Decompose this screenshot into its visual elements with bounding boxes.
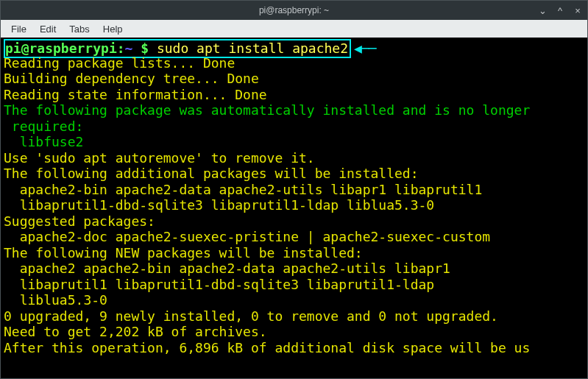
output-line: apache2-bin apache2-data apache2-utils l… xyxy=(4,182,584,198)
output-line: libaprutil1 libaprutil1-dbd-sqlite3 liba… xyxy=(4,277,584,293)
maximize-icon[interactable]: ^ xyxy=(555,5,565,16)
output-line: Need to get 2,202 kB of archives. xyxy=(4,324,584,340)
output-line: apache2 apache2-bin apache2-data apache2… xyxy=(4,261,584,277)
prompt-user-host: pi@raspberrypi xyxy=(5,40,117,56)
terminal-body[interactable]: pi@raspberrypi:~ $ sudo apt install apac… xyxy=(1,38,587,378)
titlebar[interactable]: pi@raspberrypi: ~ ⌄ ^ × xyxy=(1,1,587,20)
output-line: liblua5.3-0 xyxy=(4,292,584,308)
output-line: libaprutil1-dbd-sqlite3 libaprutil1-ldap… xyxy=(4,197,584,213)
menu-help[interactable]: Help xyxy=(97,22,129,36)
output-line: Reading state information... Done xyxy=(4,87,584,103)
menubar: File Edit Tabs Help xyxy=(1,20,587,38)
window-controls: ⌄ ^ × xyxy=(537,1,583,20)
prompt-separator: : xyxy=(117,40,125,56)
output-line: Use 'sudo apt autoremove' to remove it. xyxy=(4,150,584,166)
menu-file[interactable]: File xyxy=(5,22,32,36)
output-line: The following package was automatically … xyxy=(4,102,584,118)
terminal-window: pi@raspberrypi: ~ ⌄ ^ × File Edit Tabs H… xyxy=(0,0,588,379)
output-line: The following NEW packages will be insta… xyxy=(4,245,584,261)
prompt-dollar: $ xyxy=(132,40,157,56)
command-text: sudo apt install apache2 xyxy=(157,40,348,56)
output-line: The following additional packages will b… xyxy=(4,166,584,182)
menu-edit[interactable]: Edit xyxy=(34,22,62,36)
output-line: 0 upgraded, 9 newly installed, 0 to remo… xyxy=(4,308,584,325)
prompt-path: ~ xyxy=(125,40,133,56)
output-line: apache2-doc apache2-suexec-pristine | ap… xyxy=(4,229,584,245)
minimize-icon[interactable]: ⌄ xyxy=(537,5,548,16)
output-line: Building dependency tree... Done xyxy=(4,71,584,87)
output-line: Suggested packages: xyxy=(4,213,584,230)
menu-tabs[interactable]: Tabs xyxy=(63,22,95,36)
window-title: pi@raspberrypi: ~ xyxy=(259,5,329,15)
output-line: required: xyxy=(4,118,584,135)
output-line: libfuse2 xyxy=(4,134,584,150)
close-icon[interactable]: × xyxy=(573,5,583,16)
output-line: After this operation, 6,896 kB of additi… xyxy=(4,340,584,356)
arrow-annotation-icon: ◀── xyxy=(354,40,376,56)
